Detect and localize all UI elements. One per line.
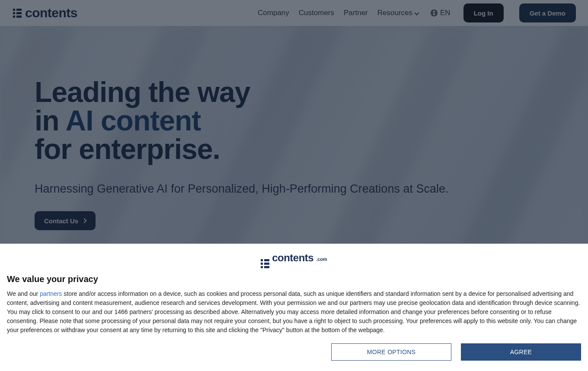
partners-link[interactable]: partners bbox=[40, 290, 62, 297]
consent-text-prefix: We and our bbox=[7, 290, 40, 297]
chevron-right-icon bbox=[82, 218, 87, 223]
consent-text: We and our partners store and/or access … bbox=[7, 289, 581, 335]
language-code: EN bbox=[440, 9, 451, 17]
header: contents Company Customers Partner Resou… bbox=[0, 0, 588, 26]
nav-company[interactable]: Company bbox=[258, 9, 289, 17]
hero-title-accent: AI content bbox=[66, 105, 201, 136]
hero-title: Leading the way in AI content for enterp… bbox=[35, 78, 484, 163]
get-demo-button[interactable]: Get a Demo bbox=[519, 3, 576, 22]
language-selector[interactable]: EN bbox=[431, 9, 451, 17]
globe-icon bbox=[431, 10, 438, 16]
consent-brand-suffix: .com bbox=[316, 257, 327, 262]
consent-banner: contents.com We value your privacy We an… bbox=[0, 244, 588, 371]
consent-text-body: store and/or access information on a dev… bbox=[7, 290, 580, 333]
hero-content: Leading the way in AI content for enterp… bbox=[0, 26, 519, 230]
login-button[interactable]: Log In bbox=[463, 3, 504, 22]
consent-actions: MORE OPTIONS AGREE bbox=[7, 343, 581, 361]
consent-brand-word: contents bbox=[272, 252, 313, 264]
brand-word: contents bbox=[25, 6, 77, 20]
contact-us-button[interactable]: Contact Us bbox=[35, 211, 96, 230]
nav-customers[interactable]: Customers bbox=[299, 9, 334, 17]
nav-partner[interactable]: Partner bbox=[344, 9, 368, 17]
list-icon bbox=[261, 259, 269, 268]
list-icon bbox=[13, 9, 22, 18]
consent-brand-logo: contents.com bbox=[7, 252, 581, 268]
hero-title-line1: Leading the way bbox=[35, 76, 250, 108]
hero-title-line3: for enterprise. bbox=[35, 133, 220, 165]
more-options-button[interactable]: MORE OPTIONS bbox=[331, 343, 451, 361]
hero-subtitle: Harnessing Generative AI for Personalize… bbox=[35, 182, 484, 196]
agree-button[interactable]: AGREE bbox=[461, 343, 581, 361]
hero-title-line2-prefix: in bbox=[35, 105, 66, 136]
nav-resources-label: Resources bbox=[377, 9, 412, 17]
consent-title: We value your privacy bbox=[7, 274, 581, 284]
main-nav: Company Customers Partner Resources EN L… bbox=[258, 3, 576, 22]
chevron-down-icon bbox=[414, 11, 419, 15]
nav-resources[interactable]: Resources bbox=[377, 9, 419, 17]
contact-us-label: Contact Us bbox=[44, 217, 78, 225]
brand-logo[interactable]: contents bbox=[13, 6, 77, 20]
